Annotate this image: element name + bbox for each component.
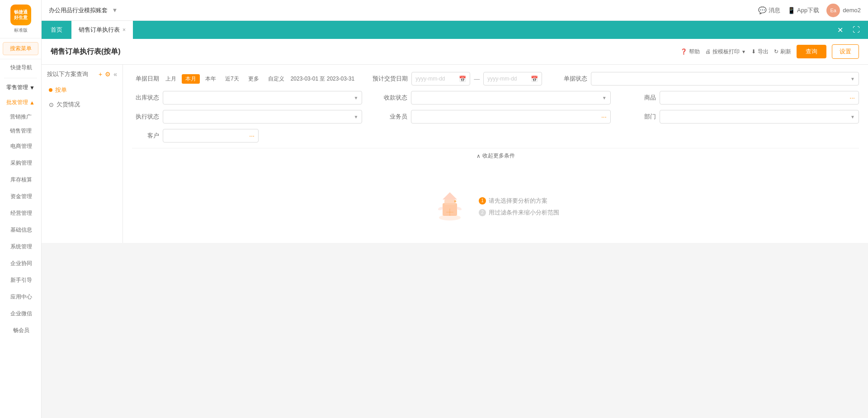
tab-close-window-button[interactable]: ✕ <box>834 24 846 36</box>
date-tab-last-month[interactable]: 上月 <box>162 74 180 84</box>
user-menu[interactable]: Ea demo2 <box>826 4 861 17</box>
tab-close-button[interactable]: × <box>123 27 126 33</box>
export-button[interactable]: ⬇ 导出 <box>751 48 769 56</box>
chevron-down-icon: ▼ <box>850 76 855 81</box>
sidebar-item-enterprise[interactable]: 企业协同 <box>0 255 41 272</box>
date-tab-last7days[interactable]: 近7天 <box>222 74 243 84</box>
sidebar-item-zero-retail[interactable]: 零售管理 ▼ <box>0 80 41 95</box>
execution-status-select[interactable]: ▼ <box>163 110 362 124</box>
sidebar-group-wholesale: 批发管理 ▲ 营销推广 销售管理 <box>0 95 41 138</box>
empty-state: 1 请先选择要分析的方案 2 用过滤条件来缩小分析范围 <box>432 189 559 225</box>
settings-scheme-icon[interactable]: ⚙ <box>105 71 111 78</box>
print-button[interactable]: 🖨 按模板打印 ▼ <box>705 48 746 56</box>
salesperson-select[interactable]: ··· <box>411 110 610 124</box>
filter-goods: 商品 ··· <box>629 91 859 104</box>
filter-expected-date: 预计交货日期 yyyy-mm-dd 📅 — yyyy-mm-dd 📅 <box>373 72 542 86</box>
date-tabs: 上月 本月 本年 近7天 更多 自定义 <box>162 74 288 84</box>
department-select[interactable]: ▼ <box>660 110 859 124</box>
filter-order-status: 单据状态 ▼ <box>560 72 859 86</box>
message-button[interactable]: 💬 消息 <box>758 6 780 14</box>
tab-bar: 首页 销售订单执行表 × ✕ ⛶ <box>42 21 868 39</box>
payment-status-select[interactable]: ▼ <box>411 91 610 104</box>
page-header: 销售订单执行表(按单) ❓ 帮助 🖨 按模板打印 ▼ ⬇ 导出 ↻ 刷新 <box>42 39 868 65</box>
help-button[interactable]: ❓ 帮助 <box>680 48 700 56</box>
customer-select[interactable]: ··· <box>163 129 259 142</box>
right-content: 单据日期 上月 本月 本年 近7天 更多 自定义 2023-03-01 <box>123 65 868 243</box>
page-body: 按以下方案查询 + ⚙ « 按单 ⊙ 欠货情况 <box>42 65 868 243</box>
sidebar-item-purchase[interactable]: 采购管理 <box>0 155 41 171</box>
sidebar-item-marketing[interactable]: 营销推广 <box>0 110 41 124</box>
delivery-status-select[interactable]: ▼ <box>163 91 362 104</box>
filter-payment-status: 收款状态 ▼ <box>380 91 610 104</box>
collapse-icon: ∧ <box>476 153 481 159</box>
sidebar-item-basic[interactable]: 基础信息 <box>0 222 41 238</box>
empty-state-area: 1 请先选择要分析的方案 2 用过滤条件来缩小分析范围 <box>123 171 868 243</box>
scheme-item-欠货情况[interactable]: ⊙ 欠货情况 <box>42 97 123 112</box>
app-download-button[interactable]: 📱 App下载 <box>788 6 819 14</box>
collapse-panel-icon[interactable]: « <box>113 71 117 78</box>
delivery-status-label: 出库状态 <box>132 94 159 102</box>
execution-status-label: 执行状态 <box>132 113 159 121</box>
sidebar-item-system[interactable]: 系统管理 <box>0 238 41 255</box>
goods-select[interactable]: ··· <box>660 91 859 104</box>
filter-customer: 客户 ··· <box>132 129 259 142</box>
order-status-select[interactable]: ▼ <box>591 72 859 86</box>
add-scheme-icon[interactable]: + <box>99 71 102 78</box>
page-content: 销售订单执行表(按单) ❓ 帮助 🖨 按模板打印 ▼ ⬇ 导出 ↻ 刷新 <box>42 39 868 418</box>
filter-area: 单据日期 上月 本月 本年 近7天 更多 自定义 2023-03-01 <box>123 65 868 171</box>
tab-active[interactable]: 销售订单执行表 × <box>71 21 133 39</box>
scheme-item-按单[interactable]: 按单 <box>42 83 123 97</box>
left-panel: 按以下方案查询 + ⚙ « 按单 ⊙ 欠货情况 <box>42 65 123 243</box>
date-tab-current-month[interactable]: 本月 <box>182 74 200 84</box>
more-icon-goods[interactable]: ··· <box>849 94 855 101</box>
sidebar: 畅捷通好生意 标准版 搜索菜单 快捷导航 零售管理 ▼ 批发管理 ▲ 营销推广 … <box>0 0 42 418</box>
date-tab-custom[interactable]: 自定义 <box>264 74 288 84</box>
collapse-bar[interactable]: ∧ 收起更多条件 <box>132 148 859 163</box>
tab-maximize-button[interactable]: ⛶ <box>850 24 863 36</box>
app-version: 标准版 <box>14 27 28 33</box>
left-panel-header: 按以下方案查询 + ⚙ « <box>42 70 123 83</box>
sidebar-item-sales[interactable]: 销售管理 <box>0 124 41 138</box>
message-icon: 💬 <box>758 6 767 14</box>
salesperson-label: 业务员 <box>380 113 407 121</box>
avatar: Ea <box>826 4 840 17</box>
page-suite-title: 办公用品行业模拟账套 <box>49 6 108 14</box>
sidebar-item-wholesale[interactable]: 批发管理 ▲ <box>0 95 41 110</box>
more-icon-customer[interactable]: ··· <box>249 132 255 139</box>
export-icon: ⬇ <box>751 48 756 55</box>
query-button[interactable]: 查询 <box>797 45 826 58</box>
expected-date-start-input[interactable]: yyyy-mm-dd 📅 <box>411 72 470 86</box>
sidebar-item-wechat[interactable]: 企业微信 <box>0 305 41 322</box>
date-tab-more[interactable]: 更多 <box>245 74 263 84</box>
sidebar-item-inventory[interactable]: 库存核算 <box>0 171 41 188</box>
sidebar-item-ecommerce[interactable]: 电商管理 <box>0 138 41 155</box>
suite-dropdown-icon[interactable]: ▼ <box>111 7 118 14</box>
empty-step-2: 2 用过滤条件来缩小分析范围 <box>479 207 559 218</box>
tab-home[interactable]: 首页 <box>42 21 71 39</box>
collapse-label: 收起更多条件 <box>482 152 515 160</box>
svg-marker-3 <box>443 192 457 200</box>
refresh-icon: ↻ <box>774 48 778 55</box>
sidebar-item-newbie[interactable]: 新手引导 <box>0 272 41 289</box>
filter-date: 单据日期 上月 本月 本年 近7天 更多 自定义 2023-03-01 <box>132 74 354 84</box>
date-tab-current-year[interactable]: 本年 <box>202 74 220 84</box>
sidebar-item-vip[interactable]: 畅会员 <box>0 322 41 339</box>
sidebar-item-finance[interactable]: 资金管理 <box>0 188 41 205</box>
more-icon-salesperson[interactable]: ··· <box>601 113 607 120</box>
search-menu-button[interactable]: 搜索菜单 <box>3 42 38 55</box>
sidebar-item-operations[interactable]: 经营管理 <box>0 205 41 222</box>
refresh-button[interactable]: ↻ 刷新 <box>774 48 791 56</box>
empty-text: 1 请先选择要分析的方案 2 用过滤条件来缩小分析范围 <box>479 195 559 218</box>
help-icon: ❓ <box>680 48 687 55</box>
sidebar-item-appstore[interactable]: 应用中心 <box>0 289 41 305</box>
print-icon: 🖨 <box>705 48 711 55</box>
expected-date-end-input[interactable]: yyyy-mm-dd 📅 <box>483 72 542 86</box>
sidebar-item-quick-nav[interactable]: 快捷导航 <box>0 59 41 76</box>
payment-status-label: 收款状态 <box>380 94 407 102</box>
filter-row-4: 客户 ··· <box>132 129 859 142</box>
calendar-icon-end: 📅 <box>531 76 538 82</box>
step-1-num: 1 <box>479 197 486 204</box>
settings-button[interactable]: 设置 <box>832 44 859 59</box>
filter-salesperson: 业务员 ··· <box>380 110 610 124</box>
filter-delivery-status: 出库状态 ▼ <box>132 91 362 104</box>
